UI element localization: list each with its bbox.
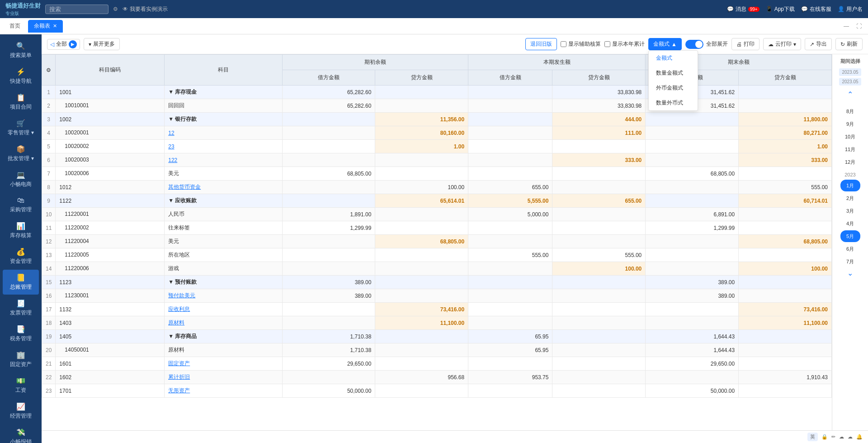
row-cb-credit [739,289,832,303]
balance-table-container[interactable]: ⚙ 科目编码 科目 期初余额 本期发生额 期末余额 借方金额 贷方金额 借方金额… [42,54,832,430]
period-month-12[interactable]: 12月 [840,156,860,168]
table-row: 23 1701 无形资产 50,000.00 50,000.00 [42,384,832,398]
settings-header[interactable]: ⚙ [42,55,56,86]
row-subject[interactable]: 122 [165,153,282,167]
period-month-6[interactable]: 6月 [840,243,860,255]
lang-switch[interactable]: 英 [807,433,818,441]
row-subject[interactable]: 应收利息 [165,303,282,316]
sidebar-item-search[interactable]: 🔍 搜索菜单 [3,38,39,63]
table-row: 6 10020003 122 333.00 333.00 [42,153,832,167]
row-subject: 回回回 [165,99,282,113]
project-icon: 📋 [16,93,25,102]
back-to-all-btn[interactable]: ◁ [50,41,54,48]
tab-home[interactable]: 首页 [4,20,26,33]
sidebar-item-accounting[interactable]: 📒 总账管理 [3,270,39,295]
refresh-btn[interactable]: ↻ 刷新 [835,38,863,50]
amount-mode-btn[interactable]: 金额式 ▲ [648,38,682,50]
sidebar-item-sales[interactable]: 💸 小畅报销 [3,424,39,443]
row-subject[interactable]: 累计折旧 [165,371,282,384]
row-cp-debit: 65.95 [468,330,552,343]
amount-mode-menu: 金额式 数量金额式 外币金额式 数量外币式 [648,50,698,111]
sidebar-item-funds[interactable]: 💰 资金管理 [3,244,39,269]
print-btn[interactable]: 🖨 打印 [731,38,760,50]
tab-close-icon[interactable]: ✕ [53,23,57,29]
tab-minimize-icon[interactable]: — [841,22,852,30]
period-month-4[interactable]: 4月 [840,218,860,229]
ob-debit-header: 借方金额 [282,70,375,86]
sidebar-item-project[interactable]: 📋 项目合同 [3,90,39,114]
period-month-11[interactable]: 11月 [840,143,860,155]
demo-link[interactable]: 👁我要看实例演示 [123,5,168,13]
back-old-version-btn[interactable]: 退回旧版 [525,38,557,50]
period-month-8[interactable]: 8月 [840,105,860,117]
row-subject[interactable]: 12 [165,126,282,140]
tab-maximize-icon[interactable]: ⛶ [854,22,864,30]
row-subject[interactable]: 其他货币资金 [165,181,282,194]
mode-qty-foreign[interactable]: 数量外币式 [649,95,698,110]
row-subject[interactable]: 无形资产 [165,384,282,398]
row-cp-debit [468,357,552,371]
settings-icon[interactable]: ⚙ [113,6,118,12]
top-search-input[interactable] [45,5,108,14]
period-month-3[interactable]: 3月 [840,205,860,217]
sidebar-item-purchase[interactable]: 🛍 采购管理 [3,193,39,217]
row-cb-debit: 1,644.43 [646,343,739,357]
assets-icon: 🏢 [16,351,25,359]
statusbar-icons: 英 🔒 ✏ ☁ ☁ 🔔 [807,433,863,441]
edit-icon[interactable]: ✏ [831,434,835,440]
sidebar-item-retail[interactable]: 🛒 零售管理 ▾ [3,115,39,140]
cloud-print-btn[interactable]: ☁ 云打印 ▾ [763,38,801,50]
sidebar-item-hr[interactable]: 💵 工资 [3,373,39,398]
expand-all-switch[interactable] [685,40,703,49]
row-subject[interactable]: 23 [165,140,282,153]
period-month-10[interactable]: 10月 [840,131,860,143]
row-index: 4 [42,126,56,140]
sidebar-item-tax[interactable]: 📑 税务管理 [3,321,39,346]
row-cp-debit: 555.00 [468,248,552,262]
sidebar-item-assets[interactable]: 🏢 固定资产 [3,347,39,372]
mode-qty-amount[interactable]: 数量金额式 [649,66,698,81]
user-avatar[interactable]: 👤 用户名 [838,5,863,13]
export-btn[interactable]: ↗ 导出 [805,38,832,50]
message-btn[interactable]: 💬 消息 99+ [727,5,760,13]
row-subject[interactable]: 预付款美元 [165,289,282,303]
tab-balance[interactable]: 余额表 ✕ [28,20,63,33]
period-month-2[interactable]: 2月 [840,192,860,204]
row-ob-credit: 11,100.00 [375,316,468,330]
sidebar-item-ecommerce[interactable]: 💻 小畅电商 [3,167,39,192]
sidebar-item-inventory[interactable]: 📊 库存核算 [3,218,39,243]
online-service-btn[interactable]: 💬 在线客服 [801,5,831,13]
period-month-7[interactable]: 7月 [840,256,860,267]
lock-icon[interactable]: 🔒 [821,434,828,440]
forward-icon[interactable]: ▶ [69,40,77,48]
row-subject[interactable]: 固定资产 [165,357,282,371]
expand-more-btn[interactable]: ▾ 展开更多 [84,38,120,50]
sidebar-item-label: 库存核算 [10,232,32,239]
period-month-1[interactable]: 1月 [840,180,860,191]
period-up-arrow[interactable]: ⌃ [846,89,854,100]
row-subject: 所在地区 [165,248,282,262]
chevron-down-icon: ▾ [793,41,796,48]
period-month-5[interactable]: 5月 [840,230,860,242]
period-month-9[interactable]: 9月 [840,118,860,130]
sidebar-item-wholesale[interactable]: 📦 批发管理 ▾ [3,141,39,166]
cloud-icon2[interactable]: ☁ [848,434,853,440]
row-ob-debit [282,181,375,194]
show-auxiliary-checkbox[interactable]: 显示辅助核算 [561,40,601,48]
mode-foreign-amount[interactable]: 外币金额式 [649,81,698,95]
notification-icon[interactable]: 🔔 [856,434,863,440]
row-index: 22 [42,371,56,384]
row-ob-debit: 1,710.38 [282,330,375,343]
show-ytd-checkbox[interactable]: 显示本年累计 [604,40,645,48]
app-download-btn[interactable]: 📱 App下载 [766,5,795,13]
mode-amount[interactable]: 金额式 [649,51,698,66]
row-ob-debit [282,248,375,262]
sidebar-item-invoice[interactable]: 🧾 发票管理 [3,295,39,320]
sidebar-item-quicknav[interactable]: ⚡ 快捷导航 [3,64,39,89]
sidebar-item-business[interactable]: 📈 经营管理 [3,399,39,424]
print-icon: 🖨 [736,41,742,48]
cloud-upload-icon[interactable]: ☁ [839,434,844,440]
period-down-arrow[interactable]: ⌄ [846,268,854,278]
row-cb-credit [739,221,832,235]
row-subject[interactable]: 原材料 [165,316,282,330]
